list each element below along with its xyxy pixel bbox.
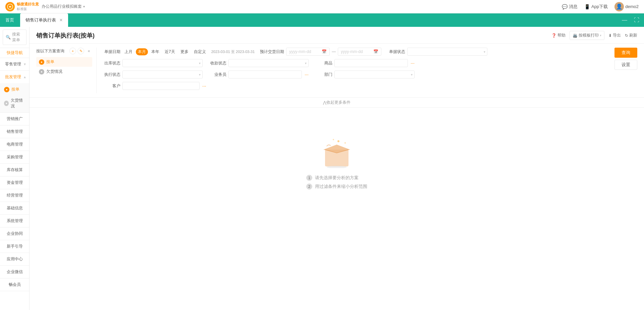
help-icon: ❓	[551, 33, 556, 38]
search-menu-button[interactable]: 🔍 搜索菜单	[3, 30, 26, 45]
message-button[interactable]: 💬 消息	[562, 4, 578, 10]
sidebar-item-marketing[interactable]: 营销推广	[0, 113, 29, 125]
tab-maximize-button[interactable]: ⛶	[632, 15, 641, 25]
hint-num-1: 1	[306, 175, 312, 181]
customer-more-button[interactable]: ···	[202, 83, 206, 89]
department-select[interactable]	[334, 70, 415, 79]
sidebar-sub-item-shortage[interactable]: ● 欠货情况	[0, 95, 29, 112]
sidebar-quick-nav[interactable]: 快捷导航	[0, 48, 29, 58]
sidebar-item-inventory[interactable]: 库存核算	[0, 164, 29, 176]
sidebar-item-guide[interactable]: 新手引导	[0, 240, 29, 253]
date-tab-thisyear[interactable]: 本年	[149, 48, 161, 55]
sidebar-section-appstore: 应用中心	[0, 253, 29, 266]
filter-actions: 查询 设置	[609, 48, 637, 93]
calendar-icon: 📅	[322, 49, 327, 54]
customer-input[interactable]	[122, 82, 200, 90]
sidebar-sub-item-order[interactable]: ● 按单	[0, 84, 29, 95]
bill-status-select-wrapper: 全部 未审核 已审核 已关闭 ▾	[407, 48, 487, 56]
filter-field-department: 部门 ▾	[314, 70, 415, 79]
date-tab-lastmonth[interactable]: 上月	[122, 48, 135, 55]
page-header-actions: ❓ 帮助 🖨️ 按模板打印 ▾ ⬇ 导出 ↻ 刷新	[551, 31, 637, 40]
sidebar-item-purchase[interactable]: 采购管理	[0, 151, 29, 163]
sidebar-item-system[interactable]: 系统管理	[0, 215, 29, 227]
tab-sales-order[interactable]: 销售订单执行表 ✕	[20, 13, 68, 27]
date-tab-more[interactable]: 更多	[178, 48, 191, 55]
product-label: 商品	[314, 60, 332, 66]
add-scheme-button[interactable]: +	[69, 48, 76, 54]
tab-home[interactable]: 首页	[0, 13, 19, 27]
logo-area: 畅捷通好生意 标准版	[5, 2, 39, 11]
header-right: 💬 消息 📱 App下载 👤 demo2	[562, 2, 639, 11]
sidebar-section-wechat: 企业微信	[0, 266, 29, 278]
sidebar-item-wechat[interactable]: 企业微信	[0, 266, 29, 278]
page-inner: 销售订单执行表(按单) ❓ 帮助 🖨️ 按模板打印 ▾ ⬇ 导出	[30, 27, 644, 310]
account-selector[interactable]: 办公用品行业模拟账套 ▾	[42, 4, 85, 9]
date-range-display: 2023-03-01 至 2023-03-31	[211, 49, 255, 54]
delivery-date-end[interactable]: yyyy-mm-dd 📅	[338, 48, 381, 56]
print-icon: 🖨️	[573, 33, 578, 38]
empty-text-container: 1 请先选择要分析的方案 2 用过滤条件来缩小分析范围	[306, 175, 367, 190]
refresh-button[interactable]: ↻ 刷新	[625, 33, 637, 38]
header-left: 畅捷通好生意 标准版 办公用品行业模拟账套 ▾	[5, 2, 85, 11]
help-button[interactable]: ❓ 帮助	[551, 33, 566, 38]
product-more-button[interactable]: ···	[411, 60, 415, 66]
sidebar-item-basic[interactable]: 基础信息	[0, 202, 29, 214]
top-header: 畅捷通好生意 标准版 办公用品行业模拟账套 ▾ 💬 消息 📱 App下载 👤 d…	[0, 0, 644, 13]
sidebar-item-member[interactable]: 畅会员	[0, 278, 29, 291]
print-button[interactable]: 🖨️ 按模板打印 ▾	[570, 31, 604, 40]
salesperson-more-button[interactable]: ···	[305, 72, 309, 77]
edit-scheme-button[interactable]: ✎	[77, 48, 84, 54]
filter-field-salesperson: 业务员 ···	[208, 70, 309, 79]
search-icon: 🔍	[6, 35, 11, 40]
filter-scheme-order[interactable]: ● 按单	[36, 57, 92, 67]
filter-field-delivery: 预计交货日期 yyyy-mm-dd 📅 — yyyy-mm-dd 📅	[260, 48, 381, 56]
query-button[interactable]: 查询	[614, 48, 637, 58]
collapse-bar[interactable]: ⋀ 收起更多条件	[30, 98, 644, 108]
warehouse-status-select[interactable]: 全部 未出库 部分出库 全部出库	[122, 59, 203, 67]
delivery-date-start[interactable]: yyyy-mm-dd 📅	[286, 48, 330, 56]
collapse-icon: ⋀	[323, 100, 326, 105]
bill-status-select[interactable]: 全部 未审核 已审核 已关闭	[407, 48, 487, 56]
sidebar-item-finance[interactable]: 资金管理	[0, 176, 29, 189]
sidebar-item-retail[interactable]: 零售管理 ▼	[0, 58, 29, 70]
filter-scheme-shortage[interactable]: ● 欠货情况	[36, 67, 92, 76]
product-input[interactable]	[334, 59, 408, 67]
hint-num-2: 2	[306, 184, 312, 190]
sidebar-item-sales[interactable]: 销售管理	[0, 125, 29, 138]
date-tab-last7days[interactable]: 近7天	[163, 48, 177, 55]
sales-tab-label: 销售订单执行表	[25, 17, 56, 23]
date-tab-custom[interactable]: 自定义	[192, 48, 208, 55]
calendar-icon-end: 📅	[373, 49, 378, 54]
logo-text: 畅捷通好生意 标准版	[17, 2, 39, 11]
export-button[interactable]: ⬇ 导出	[608, 33, 621, 38]
user-profile[interactable]: 👤 demo2	[614, 2, 639, 11]
salesperson-input[interactable]	[228, 70, 302, 79]
scheme-active-icon: ●	[39, 59, 44, 65]
execution-select-wrapper: 全部 ▾	[122, 70, 203, 79]
app-download-button[interactable]: 📱 App下载	[584, 4, 608, 10]
warehouse-label: 出库状态	[102, 60, 120, 66]
sidebar-section-purchase: 采购管理	[0, 151, 29, 164]
execution-status-select[interactable]: 全部	[122, 70, 203, 79]
svg-point-3	[344, 142, 346, 144]
filter-field-bill-status: 单据状态 全部 未审核 已审核 已关闭 ▾	[387, 48, 487, 56]
sidebar-item-operations[interactable]: 经营管理	[0, 189, 29, 202]
collapse-scheme-button[interactable]: «	[86, 48, 92, 54]
settings-button[interactable]: 设置	[614, 60, 637, 70]
sidebar-item-appstore[interactable]: 应用中心	[0, 253, 29, 265]
department-select-wrapper: ▾	[334, 70, 415, 79]
message-icon: 💬	[562, 4, 568, 9]
tab-minimize-button[interactable]: —	[620, 15, 629, 25]
svg-point-2	[337, 140, 339, 142]
empty-state: 1 请先选择要分析的方案 2 用过滤条件来缩小分析范围	[30, 108, 644, 216]
date-tab-thismonth[interactable]: 本月	[136, 48, 148, 55]
filter-row-1: 单据日期 上月 本月 本年 近7天 更多 自定义 2023-03-01 至 20…	[102, 48, 609, 56]
export-icon: ⬇	[608, 33, 612, 38]
sidebar-item-ecommerce[interactable]: 电商管理	[0, 138, 29, 151]
tab-close-icon[interactable]: ✕	[59, 18, 63, 22]
sidebar-item-wholesale[interactable]: 批发管理 ▲	[0, 71, 29, 83]
phone-icon: 📱	[584, 4, 590, 9]
sidebar-item-enterprise[interactable]: 企业协同	[0, 227, 29, 240]
quick-nav-label: 快捷导航	[7, 50, 23, 56]
payment-status-select[interactable]: 全部 未收款 部分收款 全部收款	[228, 59, 309, 67]
